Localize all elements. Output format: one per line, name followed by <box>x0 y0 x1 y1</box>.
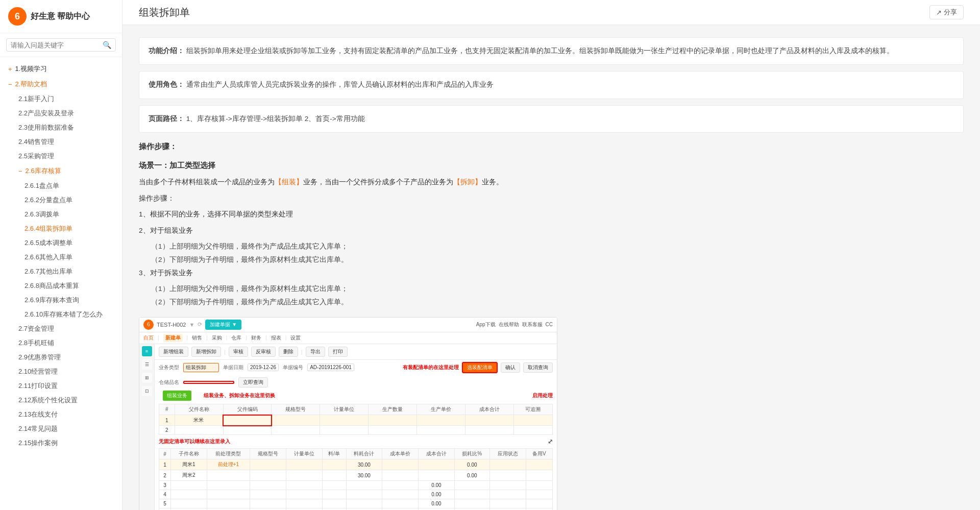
sim-section-assembly-label: 组装业务 <box>163 391 191 401</box>
sidebar-item-newuser[interactable]: 2.1新手入门 <box>0 92 122 106</box>
sim-cell-process2 <box>207 470 250 481</box>
sim-btn-print[interactable]: 打印 <box>328 347 348 357</box>
sim-col-ratio: 料/单 <box>322 449 346 459</box>
sim-nav-sep: | <box>158 335 159 341</box>
sidebar-item-payment[interactable]: 2.13在线支付 <box>0 407 122 422</box>
sim-parent-table-wrap: # 父件名称 父件编码 规格型号 计量单位 生产数量 生产单价 成本合计 可追溯 <box>155 402 557 438</box>
sidebar-item-docs[interactable]: − 2.帮助文档 <box>0 77 122 92</box>
sim-expand-icon: ⤢ <box>548 438 553 445</box>
sim-nav-assembly[interactable]: 新建单 <box>163 334 183 342</box>
sidebar-item-operation[interactable]: 2.10经营管理 <box>0 365 122 379</box>
sim-ref-input[interactable]: AD-20191226-001 <box>307 363 354 371</box>
sidebar-item-faq[interactable]: 2.14常见问题 <box>0 422 122 436</box>
sim-nav-home[interactable]: 自页 <box>143 334 154 342</box>
sidebar-item-assembly[interactable]: 2.6.4组装拆卸单 <box>0 222 122 236</box>
sidebar-item-otheroutbound[interactable]: 2.6.7其他出库单 <box>0 264 122 279</box>
sim-parent-table-header: # 父件名称 父件编码 规格型号 计量单位 生产数量 生产单价 成本合计 可追溯 <box>159 404 553 415</box>
sim-nav-other1[interactable]: 销售 <box>192 334 202 342</box>
sim-btn-cancel[interactable]: 取消查询 <box>523 362 553 373</box>
sim-cell-prodqty <box>369 426 417 435</box>
sim-contact: 联系客服 <box>522 321 543 328</box>
sidebar-item-inventory[interactable]: − 2.6库存核算 <box>0 163 122 179</box>
search-input[interactable] <box>11 41 103 49</box>
screenshot-container: 6 TEST-H002 ▼ ⟳ 加建单据 ▼ App下载 在线帮助 联系客服 C… <box>139 317 557 510</box>
sidebar-item-partcount[interactable]: 2.6.2分量盘点单 <box>0 193 122 207</box>
sim-btn-new-assembly[interactable]: 新增组装 <box>159 347 188 357</box>
main-content: 组装拆卸单 ↗ 分享 功能介绍： 组装拆卸单用来处理企业组装或拆卸等加工业务，支… <box>122 0 980 510</box>
sim-nav-other2[interactable]: 采购 <box>212 334 222 342</box>
sim-btn-select-bom[interactable]: 选装配清单 <box>462 362 498 373</box>
sidebar-item-transfer[interactable]: 2.6.3调拨单 <box>0 207 122 222</box>
sim-search-input[interactable] <box>183 381 234 384</box>
sim-nav-other5[interactable]: 报表 <box>271 334 281 342</box>
sim-btn-approve[interactable]: 审核 <box>229 347 248 357</box>
sim-toolbar: 新增组装 新增拆卸 | 审核 反审核 删除 | 导出 打印 <box>155 344 557 360</box>
sim-cell-name: 米米 <box>175 415 223 426</box>
sim-col-price: 生产单价 <box>417 404 465 415</box>
logo-text: 好生意 帮助中心 <box>31 11 90 22</box>
path-text: 1、库存核算->库存管理->组装拆卸单 2、首页->常用功能 <box>186 115 365 123</box>
sidebar-item-coupon[interactable]: 2.9优惠券管理 <box>0 350 122 365</box>
sim-btn-new-disassembly[interactable]: 新增拆卸 <box>191 347 221 357</box>
sidebar-item-sales[interactable]: 2.4销售管理 <box>0 135 122 149</box>
sim-cell-unit <box>320 426 369 435</box>
sidebar-section-label: 2.帮助文档 <box>15 80 47 89</box>
sim-btn-unapprove[interactable]: 反审核 <box>251 347 276 357</box>
table-row: 1 米米 <box>159 415 553 426</box>
sidebar-item-dataprep[interactable]: 2.3使用前数据准备 <box>0 120 122 135</box>
sim-topbtn[interactable]: 加建单据 ▼ <box>205 320 241 330</box>
sidebar-item-costadjust[interactable]: 2.6.5成本调整单 <box>0 236 122 250</box>
sim-cell-act <box>526 459 552 470</box>
sidebar-item-finance[interactable]: 2.7资金管理 <box>0 322 122 336</box>
sim-type-input[interactable]: 组装拆卸 <box>183 363 219 372</box>
sim-leftnav: ≡ ☰ ⊞ ⊡ <box>139 344 155 510</box>
sim-cell-cname2: 周米2 <box>170 470 207 481</box>
search-icon[interactable]: 🔍 <box>103 41 111 49</box>
sidebar-item-video[interactable]: + 1.视频学习 <box>0 61 122 77</box>
sim-search-row: 仓储品名 立即查询 <box>155 375 557 390</box>
sim-enable-annotation: 启用处理 <box>532 392 553 399</box>
sim-col-parent-name: 父件名称 <box>175 404 223 415</box>
sidebar-item-cases[interactable]: 2.15操作案例 <box>0 436 122 450</box>
sim-btn-export[interactable]: 导出 <box>306 347 325 357</box>
share-button[interactable]: ↗ 分享 <box>929 5 964 19</box>
table-row: 50.00 <box>159 499 553 508</box>
sim-cell-act2 <box>526 470 552 481</box>
sim-nav-sep3: | <box>206 335 208 341</box>
sidebar-item-stockcount[interactable]: 2.6.1盘点单 <box>0 179 122 193</box>
sim-btn-query[interactable]: 立即查询 <box>238 377 268 387</box>
scene-title: 场景一：加工类型选择 <box>139 161 964 171</box>
sim-cell-cprice2 <box>382 470 419 481</box>
sim-col-idx2: # <box>159 449 171 459</box>
sim-nav-other3[interactable]: 仓库 <box>231 334 241 342</box>
sim-cell-ratio2 <box>322 470 346 481</box>
intro-block: 功能介绍： 组装拆卸单用来处理企业组装或拆卸等加工业务，支持有固定装配清单的产品… <box>139 37 964 65</box>
sim-topbar: 6 TEST-H002 ▼ ⟳ 加建单据 ▼ App下载 在线帮助 联系客服 C… <box>139 318 557 332</box>
sim-btn-confirm[interactable]: 确认 <box>501 362 520 373</box>
sim-annotation-manual: 无固定清单可以继续在这里录入 <box>159 438 230 445</box>
logo-icon: 6 <box>8 7 27 26</box>
sidebar-item-purchase[interactable]: 2.5采购管理 <box>0 149 122 163</box>
sim-cell: 2 <box>159 426 175 435</box>
sim-btn-delete[interactable]: 删除 <box>279 347 298 357</box>
sim-nav-other4[interactable]: 财务 <box>251 334 261 342</box>
sidebar-item-ledgererror[interactable]: 2.6.10库存账本错了怎么办 <box>0 307 122 322</box>
sim-child-table-wrap: # 子件名称 前处理类型 规格型号 计量单位 料/单 料耗合计 成本单价 成本合 <box>155 446 557 510</box>
sim-cell-trace <box>513 426 552 435</box>
sidebar-item-costreset[interactable]: 2.6.8商品成本重算 <box>0 279 122 293</box>
sidebar-item-otherinbound[interactable]: 2.6.6其他入库单 <box>0 250 122 264</box>
step2: 2、对于组装业务 <box>139 224 964 237</box>
sidebar-item-settings[interactable]: 2.12系统个性化设置 <box>0 393 122 407</box>
sim-cell-code[interactable] <box>223 415 272 426</box>
collapse-icon: − <box>18 167 22 175</box>
sidebar-item-mobile[interactable]: 2.8手机旺铺 <box>0 336 122 350</box>
sidebar-item-ledger[interactable]: 2.6.9库存账本查询 <box>0 293 122 307</box>
sim-nav-other6[interactable]: 设置 <box>290 334 301 342</box>
sim-col-loss: 损耗比% <box>454 449 489 459</box>
sidebar-item-install[interactable]: 2.2产品安装及登录 <box>0 106 122 120</box>
sim-screen: 6 TEST-H002 ▼ ⟳ 加建单据 ▼ App下载 在线帮助 联系客服 C… <box>139 318 557 510</box>
sim-date-input[interactable]: 2019-12-26 <box>248 363 279 371</box>
table-row: 2 <box>159 426 553 435</box>
sim-cell-prodprice <box>417 426 465 435</box>
sidebar-item-print[interactable]: 2.11打印设置 <box>0 379 122 393</box>
